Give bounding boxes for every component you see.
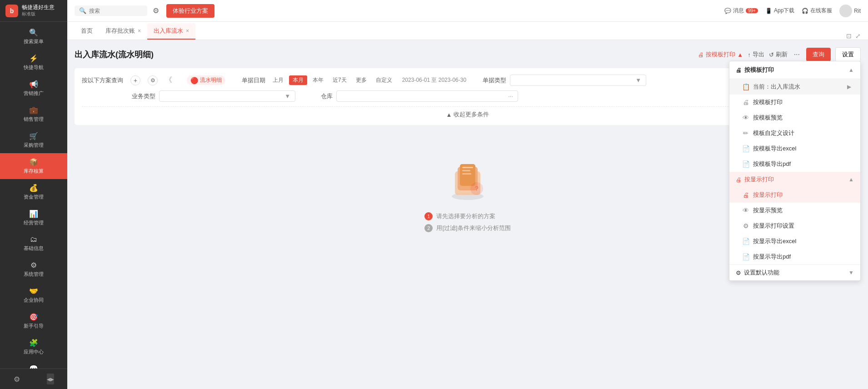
template-pdf-icon: 📄 (742, 160, 749, 168)
warehouse-select[interactable]: ··· (336, 90, 518, 102)
dropdown-current-item[interactable]: 📋 当前：出入库流水 ▶ (729, 79, 860, 95)
message-badge: 99+ (746, 8, 758, 13)
biz-type-select[interactable]: ▼ (159, 90, 295, 102)
refresh-button[interactable]: ↺ 刷新 (769, 50, 788, 59)
chevron-up-icon: ▲ (737, 51, 743, 58)
tab-home-label: 首页 (81, 27, 93, 35)
footer-settings-icon: ⚙ (736, 269, 741, 276)
export-button[interactable]: ↑ 导出 (748, 50, 764, 59)
filter-tags-area: 🔴 流水明细 (187, 75, 225, 85)
page-actions: 🖨 按模板打印 ▲ ↑ 导出 ↺ 刷新 ··· 查询 设置 (698, 47, 861, 62)
sidebar-item-wechat[interactable]: 💬企业微信 (0, 360, 67, 369)
sidebar-item-purchase[interactable]: 🛒采购管理 (0, 127, 67, 153)
dropdown-footer-settings[interactable]: ⚙ 设置默认功能 ▼ (729, 264, 860, 280)
dropdown-template-preview-item[interactable]: 👁 按模板预览 (729, 110, 860, 125)
industry-solution-button[interactable]: 体验行业方案 (166, 4, 215, 18)
sidebar-item-corp[interactable]: 🤝企业协同 (0, 282, 67, 308)
tab-batch-account-close[interactable]: × (138, 28, 141, 34)
dropdown-display-print-settings-item[interactable]: ⚙ 按显示打印设置 (729, 218, 860, 234)
message-button[interactable]: 💬 消息 99+ (724, 7, 758, 15)
query-button[interactable]: 查询 (806, 48, 831, 61)
sidebar-item-operation[interactable]: 📊经营管理 (0, 205, 67, 231)
sidebar-item-guide[interactable]: 🎯新手引导 (0, 308, 67, 334)
nav-label-sales: 销售管理 (24, 116, 44, 123)
sidebar-item-app-center[interactable]: 🧩应用中心 (0, 334, 67, 360)
user-name: Rit (854, 8, 861, 14)
display-settings-label: 按显示打印设置 (753, 222, 794, 230)
date-tab-current-year[interactable]: 本年 (309, 75, 327, 85)
dropdown-template-customize-item[interactable]: ✏ 模板自定义设计 (729, 125, 860, 141)
user-menu-button[interactable]: Rit (839, 5, 861, 17)
print-icon: 🖨 (698, 51, 704, 58)
logo-icon: b (5, 5, 18, 17)
dropdown-display-excel-item[interactable]: 📄 按显示导出excel (729, 234, 860, 249)
dropdown-template-print-item[interactable]: 🖨 按模板打印 (729, 95, 860, 110)
sidebar-item-search[interactable]: 🔍搜索菜单 (0, 24, 67, 50)
search-input[interactable] (89, 8, 135, 14)
online-service-label: 在线客服 (810, 7, 832, 15)
template-print-button[interactable]: 🖨 按模板打印 ▲ (698, 50, 743, 59)
dropdown-display-print-item[interactable]: 🖨 按显示打印 (729, 187, 860, 203)
restore-icon[interactable]: ⊡ (846, 32, 852, 40)
nav-label-inventory: 库存核算 (24, 168, 44, 175)
nav-label-quick-nav: 快捷导航 (24, 64, 44, 71)
display-excel-icon: 📄 (742, 238, 749, 245)
date-tab-more[interactable]: 更多 (352, 75, 370, 85)
svg-rect-6 (462, 173, 471, 175)
more-actions-button[interactable]: ··· (794, 50, 800, 59)
nav-label-purchase: 采购管理 (24, 142, 44, 149)
message-label: 消息 (733, 7, 744, 15)
nav-label-marketing: 营销推广 (24, 90, 44, 97)
dropdown-display-pdf-item[interactable]: 📄 按显示导出pdf (729, 249, 860, 264)
dropdown-template-excel-item[interactable]: 📄 按模板导出excel (729, 141, 860, 156)
display-group-label: 按显示打印 (744, 175, 774, 184)
tab-batch-account[interactable]: 库存批次账 × (99, 23, 147, 40)
topbar-search-box[interactable]: 🔍 (75, 5, 147, 16)
sidebar-settings-icon[interactable]: ⚙ (14, 375, 20, 384)
date-tab-current-month[interactable]: 本月 (289, 75, 307, 85)
dropdown-display-preview-item[interactable]: 👁 按显示预览 (729, 203, 860, 218)
filter-settings-button[interactable]: ⚙ (148, 75, 158, 85)
template-customize-label: 模板自定义设计 (753, 129, 794, 137)
tab-inout-flow-close[interactable]: × (186, 28, 189, 34)
nav-label-base: 基础信息 (24, 245, 44, 252)
template-print-item-label: 按模板打印 (753, 98, 783, 106)
display-print-item-icon: 🖨 (742, 191, 749, 199)
sidebar-item-quick-nav[interactable]: ⚡快捷导航 (0, 50, 67, 75)
date-tab-last-month[interactable]: 上月 (269, 75, 287, 85)
template-print-item-icon: 🖨 (742, 99, 749, 106)
settings-button[interactable]: 设置 (835, 47, 861, 62)
sidebar-item-inventory[interactable]: 📦库存核算 (0, 153, 67, 179)
dropdown-display-group-header[interactable]: 🖨 按显示打印 ▲ (729, 172, 860, 187)
dropdown-current-label: 当前：出入库流水 (753, 83, 800, 91)
sidebar-item-marketing[interactable]: 📢营销推广 (0, 75, 67, 101)
filter-collapse-button[interactable]: 《 (165, 75, 172, 85)
display-group-icon: 🖨 (736, 176, 742, 183)
online-service-button[interactable]: 🎧 在线客服 (802, 7, 832, 15)
step1-label: 请先选择要分析的方案 (436, 212, 495, 220)
sidebar-item-system[interactable]: ⚙系统管理 (0, 256, 67, 282)
sidebar-item-base[interactable]: 🗂基础信息 (0, 231, 67, 256)
filter-tag-flow-detail[interactable]: 🔴 流水明细 (187, 75, 225, 85)
doc-type-select[interactable]: ▼ (510, 75, 646, 86)
filter-add-button[interactable]: + (130, 75, 140, 85)
app-download-button[interactable]: 📱 App下载 (765, 7, 794, 15)
display-excel-label: 按显示导出excel (753, 237, 796, 245)
dropdown-print-header-icon: 🖨 (736, 67, 742, 74)
tab-home[interactable]: 首页 (75, 23, 99, 40)
nav-icon-marketing: 📢 (29, 80, 38, 89)
date-tab-custom[interactable]: 自定义 (372, 75, 396, 85)
nav-icon-purchase: 🛒 (29, 132, 38, 140)
maximize-icon[interactable]: ⤢ (855, 32, 861, 40)
sidebar-item-sales[interactable]: 💼销售管理 (0, 101, 67, 127)
date-tab-7days[interactable]: 近7天 (329, 75, 350, 85)
tab-inout-flow[interactable]: 出入库流水 × (147, 23, 195, 40)
display-pdf-label: 按显示导出pdf (753, 253, 791, 261)
warehouse-more-icon[interactable]: ··· (508, 93, 513, 100)
dropdown-scroll-up[interactable]: ▲ (848, 67, 854, 73)
template-pdf-label: 按模板导出pdf (753, 160, 791, 168)
topbar-settings-icon[interactable]: ⚙ (153, 6, 159, 15)
dropdown-template-pdf-item[interactable]: 📄 按模板导出pdf (729, 156, 860, 172)
sidebar-item-finance[interactable]: 💰资金管理 (0, 179, 67, 205)
sidebar-collapse-btn[interactable]: ◀▶ (47, 374, 54, 384)
